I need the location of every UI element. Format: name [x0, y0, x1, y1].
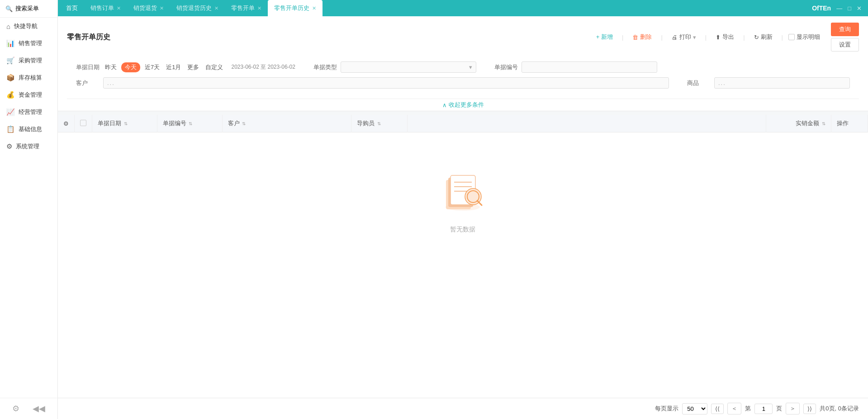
close-icon[interactable]: ✕ — [214, 5, 218, 11]
next-page-button[interactable]: ＞ — [786, 403, 800, 414]
display-toggle[interactable]: 显示明细 — [788, 33, 820, 41]
close-icon[interactable]: ✕ — [160, 5, 164, 11]
sort-icon[interactable]: ⇅ — [189, 121, 192, 126]
sidebar-item-purchase-mgmt[interactable]: 🛒 采购管理 — [0, 52, 57, 69]
close-icon[interactable]: ✕ — [257, 5, 261, 11]
tab-retail-open-hist[interactable]: 零售开单历史 ✕ — [268, 0, 323, 16]
date-range-display: 2023-06-02 至 2023-06-02 — [231, 63, 295, 71]
sidebar-item-label: 快捷导航 — [14, 22, 38, 30]
sidebar-item-stock-check[interactable]: 📦 库存核算 — [0, 69, 57, 86]
date-opt-more[interactable]: 更多 — [185, 62, 201, 72]
delete-button[interactable]: 🗑 删除 — [629, 31, 655, 43]
tab-sales-return[interactable]: 销货退货 ✕ — [127, 0, 170, 16]
th-salesperson: 导购员 ⇅ — [351, 115, 407, 132]
minimize-button[interactable]: — — [836, 5, 842, 12]
page-input[interactable] — [754, 404, 773, 414]
sidebar-item-basic-info[interactable]: 📋 基础信息 — [0, 121, 57, 138]
th-checkbox[interactable] — [75, 115, 92, 132]
th-amount — [407, 115, 766, 132]
home-icon: ⌂ — [6, 23, 10, 30]
tab-home[interactable]: 首页 — [60, 0, 84, 16]
th-customer: 客户 ⇅ — [222, 115, 351, 132]
th-amount-label: 实销金额 — [796, 120, 819, 127]
close-icon[interactable]: ✕ — [117, 5, 121, 11]
add-button[interactable]: + 新增 — [593, 31, 617, 43]
collapse-bar[interactable]: ∧ 收起更多条件 — [67, 99, 859, 111]
sort-icon[interactable]: ⇅ — [124, 121, 128, 126]
num-input[interactable] — [522, 61, 657, 73]
print-icon: 🖨 — [672, 34, 678, 41]
tab-sales-order[interactable]: 销售订单 ✕ — [84, 0, 127, 16]
filter-row-customer: 客户 ... 商品 ... — [76, 77, 850, 89]
page-header: 零售开单历史 + 新增 | 🗑 删除 | 🖨 打印 ▾ | — [58, 16, 868, 111]
empty-state: 暂无数据 — [58, 132, 868, 270]
th-date: 单据日期 ⇅ — [92, 115, 157, 132]
type-filter-field: 单据类型 ▾ — [313, 61, 476, 73]
table-settings-icon[interactable]: ⚙ — [63, 120, 69, 127]
settings-footer-icon[interactable]: ⚙ — [12, 404, 19, 414]
sidebar-item-ops-mgmt[interactable]: 📈 经营管理 — [0, 104, 57, 121]
th-salesperson-label: 导购员 — [357, 120, 375, 127]
page-title: 零售开单历史 — [67, 33, 110, 42]
first-page-button[interactable]: ⟨⟨ — [711, 404, 724, 414]
export-button[interactable]: ⬆ 导出 — [712, 31, 738, 43]
sidebar-item-sys-mgmt[interactable]: ⚙ 系统管理 — [0, 138, 57, 155]
date-opt-yesterday[interactable]: 昨天 — [103, 62, 119, 72]
chevron-up-icon: ∧ — [442, 102, 447, 108]
tab-retail-open[interactable]: 零售开单 ✕ — [225, 0, 268, 16]
window-controls: OfTEn — □ ✕ — [812, 5, 866, 12]
date-opt-7days[interactable]: 近7天 — [143, 62, 161, 72]
maximize-button[interactable]: □ — [848, 5, 851, 12]
print-button[interactable]: 🖨 打印 ▾ — [668, 31, 700, 43]
sort-icon[interactable]: ⇅ — [242, 121, 246, 126]
per-page-select[interactable]: 50 10 20 100 — [682, 403, 707, 414]
sidebar-item-label: 基础信息 — [19, 125, 42, 133]
th-settings[interactable]: ⚙ — [58, 115, 75, 132]
type-select[interactable]: ▾ — [341, 61, 476, 73]
query-button[interactable]: 查询 — [831, 23, 859, 36]
sidebar-item-quick-nav[interactable]: ⌂ 快捷导航 — [0, 18, 57, 35]
empty-illustration — [438, 169, 488, 218]
type-filter-label: 单据类型 — [313, 63, 341, 71]
th-num-label: 单据编号 — [163, 120, 186, 127]
refresh-icon: ↻ — [754, 34, 759, 41]
tab-bar: 首页 销售订单 ✕ 销货退货 ✕ 销货退货历史 ✕ 零售开单 ✕ 零售开单历史 … — [58, 0, 868, 16]
chevron-down-icon: ▾ — [693, 34, 696, 41]
tab-sales-return-label: 销货退货 — [133, 4, 157, 12]
tab-sales-return-hist[interactable]: 销货退货历史 ✕ — [170, 0, 225, 16]
export-icon: ⬆ — [716, 34, 721, 41]
refresh-button[interactable]: ↻ 刷新 — [750, 31, 776, 43]
th-actions-label: 操作 — [837, 120, 849, 127]
num-filter-label: 单据编号 — [494, 63, 522, 71]
page-label: 第 — [745, 405, 751, 413]
money-icon: 💰 — [6, 91, 15, 99]
toolbar: + 新增 | 🗑 删除 | 🖨 打印 ▾ | ⬆ 导出 — [593, 23, 859, 52]
doc-icon: 📋 — [6, 125, 15, 133]
tab-retail-open-label: 零售开单 — [231, 4, 255, 12]
date-opt-1month[interactable]: 近1月 — [164, 62, 183, 72]
sort-icon[interactable]: ⇅ — [377, 121, 381, 126]
sidebar-item-fund-mgmt[interactable]: 💰 资金管理 — [0, 86, 57, 104]
table-container: ⚙ 单据日期 ⇅ 单据编号 ⇅ — [58, 115, 868, 398]
tab-home-label: 首页 — [66, 4, 78, 12]
date-opt-today[interactable]: 今天 — [121, 62, 140, 72]
close-window-button[interactable]: ✕ — [857, 5, 862, 12]
select-all-checkbox[interactable] — [80, 120, 86, 126]
collapse-sidebar-icon[interactable]: ◀◀ — [33, 404, 45, 414]
tab-sales-order-label: 销售订单 — [90, 4, 114, 12]
sidebar-search[interactable]: 🔍 搜索采单 — [0, 0, 57, 18]
close-icon[interactable]: ✕ — [312, 5, 316, 11]
prev-page-button[interactable]: ＜ — [727, 403, 741, 414]
setting-button[interactable]: 设置 — [831, 38, 859, 52]
customer-input[interactable]: ... — [103, 77, 669, 89]
tab-retail-open-hist-label: 零售开单历史 — [274, 4, 309, 12]
sidebar-item-sales-mgmt[interactable]: 📊 销售管理 — [0, 35, 57, 52]
num-filter-field: 单据编号 — [494, 61, 657, 73]
last-page-button[interactable]: ⟩⟩ — [803, 404, 816, 414]
product-input[interactable]: ... — [714, 77, 850, 89]
th-actions: 操作 — [831, 115, 868, 132]
checkbox-display — [788, 34, 795, 40]
date-opt-custom[interactable]: 自定义 — [204, 62, 225, 72]
sort-icon[interactable]: ⇅ — [822, 121, 825, 126]
sidebar-item-label: 采购管理 — [19, 56, 42, 65]
